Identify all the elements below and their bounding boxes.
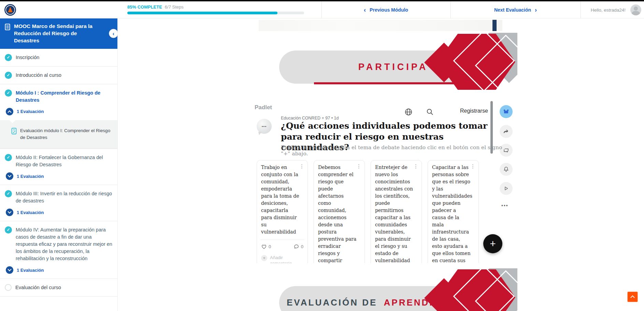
card-text: Capacitar a las personas sobre que es el… [432,164,474,263]
participa-title: PARTICIPA [358,62,428,72]
next-evaluation-label: Next Evaluación [494,7,531,13]
sidebar-module-2: ✓ Módulo II: Fortalecer la Gobernanza de… [0,149,117,185]
add-comment-label: Añadir comentario [270,255,303,264]
sidebar-item-label: Módulo IV: Aumentar la preparación para … [16,226,113,262]
card-text: Debemos comprender el riesgo que puede a… [318,164,360,263]
scrolled-image-bottom-edge [259,20,502,31]
course-header: MOOC Marco de Sendai para la Reducción d… [0,18,117,49]
padlet-logo[interactable]: Padlet [255,104,272,111]
progress-bar-fill [127,12,277,14]
sidebar-collapse-button[interactable]: ‹ [109,29,118,38]
module-2-eval-toggle[interactable]: 1 Evaluación [0,170,117,185]
card-menu-icon[interactable]: ⋮ [356,162,361,170]
post-meta: Educación CONRED + 97 • 1d [281,116,339,121]
plus-icon: + [261,255,267,261]
previous-module-label: Previous Módulo [370,7,408,13]
quiz-icon [11,128,17,141]
card-text: Trabajo en conjunto con la comunidad, em… [261,164,303,236]
add-comment-button[interactable]: + Añadir comentario [261,255,303,264]
check-circle-icon: ✓ [5,89,12,97]
sidebar-item-modulo-3[interactable]: ✓ Módulo III: Invertir en la reducción d… [0,185,117,207]
topbar-divider [581,1,581,18]
previous-module-button[interactable]: ‹ Previous Módulo [321,1,450,18]
module-1-eval-toggle[interactable]: 1 Evaluación [0,106,117,120]
padlet-card[interactable]: ⋮ Capacitar a las personas sobre que es … [428,160,479,263]
eval-count-label: 1 Evaluación [17,210,44,215]
next-evaluation-button[interactable]: Next Evaluación › [450,1,581,18]
card-menu-icon[interactable]: ⋮ [299,162,304,170]
empty-circle-icon [5,284,12,291]
bubble-dots-icon: ••• [262,124,267,128]
post-author-avatar[interactable]: ••• [257,119,272,134]
check-circle-icon: ✓ [5,154,12,161]
sidebar-item-label: Módulo I : Comprender el Riesgo de Desas… [16,89,113,104]
padlet-cards-row: ⋮ Trabajo en conjunto con la comunidad, … [257,160,496,263]
card-menu-icon[interactable]: ⋮ [470,162,475,170]
padlet-card[interactable]: ⋮ Trabajo en conjunto con la comunidad, … [257,160,308,263]
check-circle-icon: ✓ [5,190,12,197]
course-title: MOOC Marco de Sendai para la Reducción d… [14,23,102,44]
comment-button[interactable]: 0 [294,243,303,250]
check-circle-icon: ✓ [5,226,12,234]
course-sidebar: MOOC Marco de Sendai para la Reducción d… [0,18,118,311]
bell-icon[interactable] [500,163,513,176]
sidebar-item-evaluacion-curso[interactable]: Evaluación del curso [0,279,117,297]
sidebar-item-modulo-2[interactable]: ✓ Módulo II: Fortalecer la Gobernanza de… [0,149,117,170]
search-icon[interactable] [425,107,435,117]
module-4-eval-toggle[interactable]: 1 Evaluación [0,264,117,279]
eval-count-label: 1 Evaluación [17,109,44,114]
check-circle-icon: ✓ [5,54,12,61]
discussion-subtitle: Publica tu respuesta para el tema de deb… [281,144,503,157]
topbar: 85% COMPLETE 6/7 Steps ‹ Previous Módulo… [0,1,644,18]
sidebar-module-1: ✓ Módulo I : Comprender el Riesgo de Des… [0,84,117,149]
eval-count-label: 1 Evaluación [17,268,44,273]
progress-percent-label: 85% COMPLETE [127,4,162,10]
like-count: 0 [269,243,271,250]
like-button[interactable]: 0 [261,243,271,250]
sidebar-item-label: Módulo III: Invertir en la reducción de … [16,190,113,204]
greeting-text: Hello, estrada24! [591,8,626,13]
chevron-right-icon: › [535,7,537,13]
hexagon-art [432,268,517,311]
share-icon[interactable] [500,125,513,138]
screen: 85% COMPLETE 6/7 Steps ‹ Previous Módulo… [0,0,644,311]
image-navy-bar [492,20,497,31]
comment-count: 0 [301,243,303,250]
course-progress: 85% COMPLETE 6/7 Steps [127,4,304,14]
evaluacion-title-prefix: EVALUACIÓN DE [287,297,377,308]
sidebar-module-4: ✓ Módulo IV: Aumentar la preparación par… [0,221,117,279]
sidebar-item-modulo-1[interactable]: ✓ Módulo I : Comprender el Riesgo de Des… [0,84,117,106]
sidebar-item-modulo-4[interactable]: ✓ Módulo IV: Aumentar la preparación par… [0,221,117,264]
user-avatar[interactable] [630,4,641,15]
chevron-down-circle-icon [6,209,13,216]
register-button[interactable]: Registrarse [460,108,488,114]
sidebar-item-introduccion[interactable]: ✓ Introducción al curso [0,67,117,84]
progress-steps-label: 6/7 Steps [165,4,184,10]
card-menu-icon[interactable]: ⋮ [413,162,418,170]
sidebar-item-inscripcion[interactable]: ✓ Inscripción [0,49,117,67]
scroll-to-top-button[interactable] [627,292,638,302]
participa-banner: PARTICIPA [279,33,517,91]
more-options-icon[interactable]: ••• [501,203,509,208]
sidebar-subitem-evaluacion-modulo-1[interactable]: Evaluación módulo I: Comprender el Riesg… [0,120,117,149]
lesson-content: PARTICIPA Padlet Registrarse [118,18,644,311]
sidebar-subitem-label: Evaluación módulo I: Comprender el Riesg… [20,127,113,141]
sidebar-item-label: Introducción al curso [16,72,61,79]
hexagon-art [432,33,517,91]
user-greeting: Hello, estrada24! [591,1,641,18]
progress-bar-track [127,12,304,14]
evaluacion-banner: EVALUACIÓN DE APRENDIZAJE [279,268,517,311]
chevron-up-icon [630,295,635,300]
chevron-left-icon: ‹ [364,7,366,13]
card-divider [260,240,304,240]
globe-icon[interactable] [404,107,413,117]
padlet-card[interactable]: ⋮ Debemos comprender el riesgo que puede… [314,160,365,263]
sidebar-module-3: ✓ Módulo III: Invertir en la reducción d… [0,185,117,221]
slideshow-play-icon[interactable] [500,182,513,195]
conred-logo[interactable] [4,4,16,16]
sidebar-item-label: Módulo II: Fortalecer la Gobernanza del … [16,154,113,168]
padlet-card[interactable]: ⋮ Entretejer de nuevo los conocimientos … [371,160,422,263]
padlet-board-avatar[interactable] [500,105,513,118]
eval-count-label: 1 Evaluación [17,174,44,179]
module-3-eval-toggle[interactable]: 1 Evaluación [0,207,117,221]
